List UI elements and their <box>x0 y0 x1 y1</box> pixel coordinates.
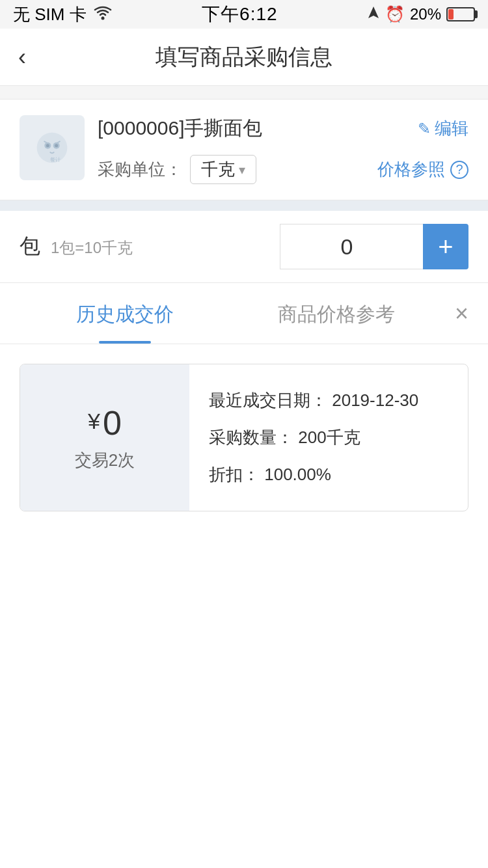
status-left: 无 SIM 卡 <box>13 3 113 26</box>
discount-label: 折扣： <box>209 465 260 484</box>
tab-header: 历史成交价 商品价格参考 × <box>0 283 488 344</box>
discount-row: 折扣： 100.00% <box>209 462 448 487</box>
quantity-row: 包 1包=10千克 + <box>0 211 488 283</box>
battery-percent: 20% <box>410 5 441 23</box>
purchase-qty-value: 200千克 <box>298 427 360 447</box>
history-card: ¥ 0 交易2次 最近成交日期： 2019-12-30 采购数量： 200千克 … <box>20 364 468 511</box>
purchase-unit-left: 采购单位： 千克 ▾ <box>98 155 256 184</box>
recent-date-label: 最近成交日期： <box>209 390 327 410</box>
tab-price-reference[interactable]: 商品价格参考 <box>230 283 441 344</box>
carrier-label: 无 SIM 卡 <box>13 3 87 26</box>
section-divider <box>0 200 488 211</box>
help-icon: ? <box>450 161 468 179</box>
chevron-down-icon: ▾ <box>239 162 245 178</box>
purchase-unit-label: 采购单位： <box>98 158 182 181</box>
location-icon <box>367 5 380 23</box>
recent-date-row: 最近成交日期： 2019-12-30 <box>209 388 448 413</box>
quantity-unit-label: 包 <box>20 232 40 261</box>
price-ref-button[interactable]: 价格参照 ? <box>377 158 468 181</box>
alarm-icon: ⏰ <box>385 5 405 23</box>
product-card: 餐计 [0000006]手撕面包 ✎ 编辑 采购单位： 千克 ▾ <box>0 99 488 200</box>
status-right: ⏰ 20% <box>367 5 475 23</box>
svg-point-4 <box>46 144 49 147</box>
product-thumbnail: 餐计 <box>20 115 85 180</box>
history-left-panel: ¥ 0 交易2次 <box>20 364 189 511</box>
tab-content-history: ¥ 0 交易2次 最近成交日期： 2019-12-30 采购数量： 200千克 … <box>0 344 488 531</box>
edit-button[interactable]: ✎ 编辑 <box>418 117 468 140</box>
battery-icon <box>446 7 475 21</box>
page-title: 填写商品采购信息 <box>156 42 332 72</box>
quantity-left: 包 1包=10千克 <box>20 232 133 261</box>
svg-point-5 <box>55 144 58 147</box>
svg-point-0 <box>101 16 104 20</box>
quantity-plus-button[interactable]: + <box>423 224 468 269</box>
nav-bar: ‹ 填写商品采购信息 <box>0 29 488 86</box>
quantity-control: + <box>280 224 468 269</box>
tab-close-button[interactable]: × <box>442 287 468 340</box>
status-bar: 无 SIM 卡 下午6:12 ⏰ 20% <box>0 0 488 29</box>
history-price-value: 0 <box>103 403 122 442</box>
quantity-hint: 1包=10千克 <box>51 237 133 258</box>
status-time: 下午6:12 <box>202 2 278 27</box>
tab-panel: 历史成交价 商品价格参考 × ¥ 0 交易2次 最近成交日期： 2019-12-… <box>0 283 488 531</box>
quantity-input[interactable] <box>280 224 423 269</box>
currency-symbol: ¥ <box>88 409 100 434</box>
tab-history-price[interactable]: 历史成交价 <box>20 283 230 344</box>
product-info: [0000006]手撕面包 ✎ 编辑 采购单位： 千克 ▾ 价格参照 ? <box>98 115 468 184</box>
purchase-qty-label: 采购数量： <box>209 427 293 447</box>
product-name: [0000006]手撕面包 <box>98 115 262 142</box>
recent-date-value: 2019-12-30 <box>332 390 418 410</box>
history-trade-count: 交易2次 <box>75 449 135 472</box>
back-button[interactable]: ‹ <box>18 44 26 71</box>
edit-icon: ✎ <box>418 120 431 138</box>
page-whitespace <box>0 531 488 868</box>
svg-text:餐计: 餐计 <box>50 156 61 163</box>
unit-select[interactable]: 千克 ▾ <box>190 155 256 184</box>
wifi-icon <box>93 5 113 25</box>
history-price-display: ¥ 0 <box>88 403 122 442</box>
history-right-panel: 最近成交日期： 2019-12-30 采购数量： 200千克 折扣： 100.0… <box>189 364 468 511</box>
purchase-qty-row: 采购数量： 200千克 <box>209 425 448 450</box>
discount-value: 100.00% <box>264 465 331 484</box>
